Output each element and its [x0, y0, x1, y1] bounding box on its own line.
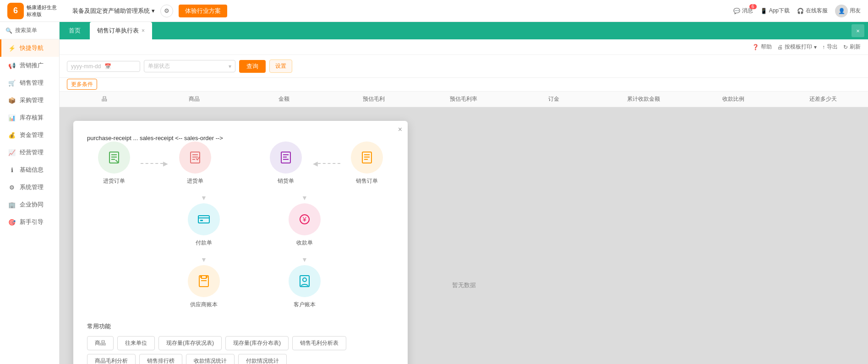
sidebar-item-finance[interactable]: 💰资金管理 — [0, 126, 59, 144]
logo-text: 畅康通好生意 标准版 — [27, 4, 57, 17]
common-function-button[interactable]: 收款情况统计 — [186, 354, 235, 364]
message-button[interactable]: 💬 消息 6 — [733, 7, 753, 15]
tab-label: 销售订单执行表 — [97, 27, 139, 35]
sidebar-item-quick-nav[interactable]: ⚡快捷导航 — [0, 39, 59, 57]
header-actions: ❓ 帮助 🖨 按模板打印 ▾ ↑ 导出 ↻ 刷新 — [752, 43, 861, 51]
sidebar-item-inventory[interactable]: 📊库存核算 — [0, 109, 59, 126]
dropdown-icon: ▾ — [152, 7, 155, 14]
common-function-button[interactable]: 现存量(库存状况表) — [158, 336, 222, 350]
top-right-actions: 💬 消息 6 📱 App下载 🎧 在线客服 👤 用友 — [733, 5, 861, 17]
experience-plan-button[interactable]: 体验行业方案 — [179, 5, 227, 17]
inventory-icon: 📊 — [8, 114, 16, 122]
enterprise-icon: 🏢 — [8, 201, 16, 209]
main-area: 🔍 搜索菜单 ⚡快捷导航📢营销推广🛒销售管理📦采购管理📊库存核算💰资金管理📈经营… — [0, 22, 868, 364]
func-buttons: 商品往来单位现存量(库存状况表)现存量(库存分布表)销售毛利分析表商品毛利分析销… — [87, 336, 394, 364]
sidebar: 🔍 搜索菜单 ⚡快捷导航📢营销推广🛒销售管理📦采购管理📊库存核算💰资金管理📈经营… — [0, 22, 60, 364]
close-panel-button[interactable]: × — [398, 125, 402, 134]
settings-gear-button[interactable]: ⚙ — [160, 5, 173, 17]
table-header: 品商品金额预估毛利预估毛利率订金累计收款金额收款比例还差多少天 — [60, 92, 868, 107]
query-button[interactable]: 查询 — [239, 60, 266, 73]
svg-rect-18 — [200, 220, 203, 221]
purchase-icon: 📦 — [8, 96, 16, 104]
app-download-button[interactable]: 📱 App下载 — [760, 7, 790, 15]
more-conditions-button[interactable]: 更多条件 — [67, 79, 97, 90]
sidebar-item-operation[interactable]: 📈经营管理 — [0, 144, 59, 161]
system-icon: ⚙ — [8, 183, 16, 191]
sales-order-icon — [351, 141, 383, 174]
customer-ledger-label: 客户账本 — [294, 301, 316, 309]
flow-node-sales-order[interactable]: 销售订单 — [340, 141, 394, 185]
user-menu-button[interactable]: 👤 用友 — [835, 5, 861, 17]
flow-node-collection[interactable]: ¥ 收款单 — [289, 203, 321, 247]
flow-node-customer-ledger[interactable]: 客户账本 — [289, 265, 321, 309]
sidebar-item-purchase[interactable]: 📦采购管理 — [0, 92, 59, 109]
refresh-button[interactable]: ↻ 刷新 — [843, 43, 861, 51]
marketing-icon: 📢 — [8, 61, 16, 70]
sidebar-label-sales: 销售管理 — [20, 79, 44, 87]
close-all-tabs-button[interactable]: × — [852, 24, 864, 37]
help-button[interactable]: ❓ 帮助 — [752, 43, 772, 51]
collection-icon: ¥ — [289, 203, 321, 235]
status-select[interactable]: 单据状态 ▾ — [144, 60, 235, 72]
tab-sales-order[interactable]: 销售订单执行表× — [90, 22, 152, 39]
sidebar-label-finance: 资金管理 — [20, 131, 44, 139]
sidebar-item-system[interactable]: ⚙系统管理 — [0, 179, 59, 196]
supplier-ledger-icon — [188, 265, 220, 297]
newbie-icon: 🎯 — [8, 218, 16, 226]
common-function-button[interactable]: 销售排行榜 — [139, 354, 182, 364]
status-dropdown-icon: ▾ — [229, 63, 231, 70]
flow-diagram: purchase-receipt ... sales-receipt <-- s… — [87, 135, 394, 318]
quick-nav-icon: ⚡ — [8, 44, 16, 52]
search-icon: 🔍 — [5, 27, 12, 34]
sidebar-item-marketing[interactable]: 📢营销推广 — [0, 57, 59, 74]
sales-receipt-icon — [270, 141, 302, 174]
sidebar-label-inventory: 库存核算 — [20, 114, 44, 122]
purchase-order-icon — [98, 141, 130, 174]
setting-button[interactable]: 设置 — [269, 60, 292, 73]
payment-icon — [188, 203, 220, 235]
table-column-header: 订金 — [509, 95, 599, 103]
table-column-header: 商品 — [149, 95, 239, 103]
tab-close-button[interactable]: × — [142, 27, 145, 34]
table-column-header: 收款比例 — [688, 95, 778, 103]
common-function-button[interactable]: 销售毛利分析表 — [292, 336, 346, 350]
purchase-receipt-label: 进货单 — [187, 177, 203, 185]
sidebar-item-enterprise[interactable]: 🏢企业协同 — [0, 196, 59, 213]
tab-items: 销售订单执行表× — [90, 22, 152, 39]
export-icon: ↑ — [822, 44, 825, 50]
date-range-input[interactable]: yyyy-mm-dd 📅 — [67, 61, 140, 72]
print-button[interactable]: 🖨 按模板打印 ▾ — [777, 43, 817, 51]
common-function-button[interactable]: 商品毛利分析 — [87, 354, 136, 364]
arrow-1: ▶ — [141, 160, 168, 167]
sidebar-item-newbie[interactable]: 🎯新手引导 — [0, 213, 59, 231]
page-header: ❓ 帮助 🖨 按模板打印 ▾ ↑ 导出 ↻ 刷新 — [60, 39, 868, 55]
app-wrapper: 6 畅康通好生意 标准版 装备及固定资产辅助管理系统 ▾ ⚙ 体验行业方案 💬 … — [0, 0, 868, 364]
tab-home[interactable]: 首页 — [60, 22, 90, 39]
svg-rect-16 — [198, 216, 209, 223]
flow-row-2: ▼ 付款单 ▼ — [87, 194, 394, 318]
sidebar-label-newbie: 新手引导 — [20, 218, 44, 226]
common-function-button[interactable]: 商品 — [87, 336, 114, 350]
flow-node-purchase-receipt[interactable]: 进货单 — [168, 141, 222, 185]
svg-point-27 — [303, 278, 306, 282]
common-functions-title: 常用功能 — [87, 322, 394, 331]
headset-icon: 🎧 — [797, 8, 804, 14]
system-title-dropdown[interactable]: 装备及固定资产辅助管理系统 ▾ — [72, 7, 155, 15]
tab-bar: 首页 销售订单执行表× × — [60, 22, 868, 39]
online-service-button[interactable]: 🎧 在线客服 — [797, 7, 828, 15]
basic-icon: ℹ — [8, 166, 16, 174]
sidebar-item-sales[interactable]: 🛒销售管理 — [0, 74, 59, 92]
search-menu-button[interactable]: 🔍 搜索菜单 — [0, 22, 59, 39]
flow-node-payment[interactable]: 付款单 — [188, 203, 220, 247]
flow-node-supplier-ledger[interactable]: 供应商账本 — [188, 265, 220, 309]
common-functions: 常用功能 商品往来单位现存量(库存状况表)现存量(库存分布表)销售毛利分析表商品… — [87, 322, 394, 364]
common-function-button[interactable]: 现存量(库存分布表) — [225, 336, 289, 350]
common-function-button[interactable]: 付款情况统计 — [238, 354, 287, 364]
common-function-button[interactable]: 往来单位 — [117, 336, 155, 350]
sidebar-item-basic[interactable]: ℹ基础信息 — [0, 161, 59, 179]
flow-node-sales-receipt[interactable]: 销货单 — [259, 141, 313, 185]
sidebar-label-quick-nav: 快捷导航 — [20, 44, 44, 52]
flow-node-purchase-order[interactable]: 进货订单 — [87, 141, 141, 185]
down-arrow-supplier: ▼ — [201, 256, 207, 263]
export-button[interactable]: ↑ 导出 — [822, 43, 838, 51]
